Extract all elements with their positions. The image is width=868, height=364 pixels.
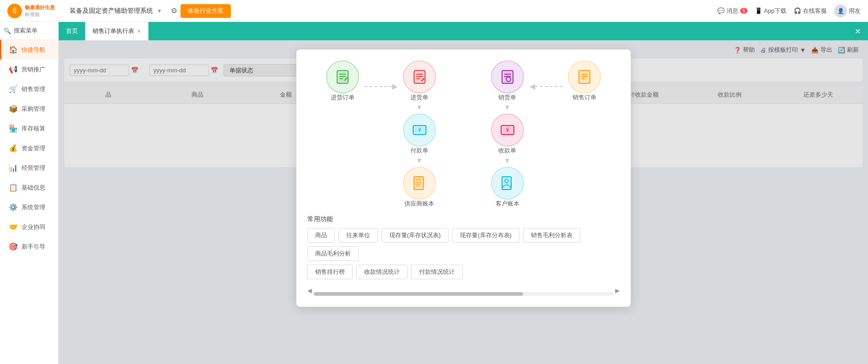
purchase-bill-icon: [403, 60, 436, 93]
func-btn-goods[interactable]: 商品: [307, 228, 335, 243]
func-btn-counterparty[interactable]: 往来单位: [338, 228, 378, 243]
flow-diagram: 进货订单 ▶: [307, 60, 620, 208]
sidebar-item-marketing[interactable]: 📢 营销推广: [0, 60, 58, 79]
sales-order-label: 销售订单: [573, 93, 596, 102]
marketing-icon: 📢: [9, 65, 18, 74]
sales-bill-label: 销货单: [498, 93, 516, 102]
enterprise-icon: 🤝: [9, 223, 18, 231]
purchase-order-icon: [326, 60, 359, 93]
svg-rect-28: [416, 179, 421, 180]
customer-ledger-node: 客户账本: [491, 167, 524, 208]
inventory-icon: 🏪: [9, 124, 18, 133]
func-buttons-row2: 销售排行榜 收款情况统计 付款情况统计: [307, 265, 620, 279]
func-buttons-row: 商品 往来单位 现存量(库存状况表) 现存量(库存分布表) 销售毛利分析表 商品…: [307, 228, 620, 261]
service-icon: 🎧: [794, 7, 801, 14]
user-avatar: 👤: [834, 5, 847, 17]
tab-bar: 首页 销售订单执行表 ✕ ✕: [59, 22, 868, 40]
user-name-label: 用友: [849, 7, 861, 15]
message-badge: 5: [740, 8, 748, 14]
supplier-ledger-node: 供应商账本: [403, 167, 436, 208]
tab-close-icon[interactable]: ✕: [137, 28, 141, 34]
purchase-order-label: 进货订单: [331, 93, 355, 102]
tab-sales-exec[interactable]: 销售订单执行表 ✕: [85, 22, 148, 40]
brand-name: 畅康通好生意 标准版: [25, 4, 55, 17]
sidebar-item-operations[interactable]: 📊 经营管理: [0, 158, 58, 178]
finance-icon: 💰: [9, 144, 18, 152]
purchase-bill-label: 进货单: [410, 93, 428, 102]
func-btn-goods-margin[interactable]: 商品毛利分析: [307, 246, 359, 261]
receipt-bill-node: ¥ 收款单: [491, 114, 524, 155]
common-func-title: 常用功能: [307, 215, 620, 223]
purchase-icon: 📦: [9, 104, 18, 113]
sidebar-item-enterprise[interactable]: 🤝 企业协同: [0, 217, 58, 237]
supplier-ledger-icon: [403, 167, 436, 200]
operations-icon: 📊: [9, 163, 18, 172]
message-icon: 💬: [717, 7, 725, 14]
online-service-btn[interactable]: 🎧 在线客服: [794, 7, 827, 15]
tab-home[interactable]: 首页: [59, 22, 85, 40]
sales-order-icon: [568, 60, 601, 93]
user-menu[interactable]: 👤 用友: [834, 5, 861, 17]
flow-modal: 进货订单 ▶: [296, 49, 631, 307]
customer-ledger-icon: [491, 167, 524, 200]
sidebar-item-inventory[interactable]: 🏪 库存核算: [0, 119, 58, 138]
sales-icon: 🛒: [9, 85, 18, 93]
sidebar-item-finance[interactable]: 💰 资金管理: [0, 138, 58, 158]
sales-order-node: 销售订单: [568, 60, 601, 102]
svg-text:¥: ¥: [417, 127, 421, 133]
app-download-btn[interactable]: 📱 App下载: [755, 7, 786, 15]
app-logo-icon: 6: [7, 4, 22, 18]
payment-bill-icon: ¥: [403, 114, 436, 147]
func-btn-payment-stats[interactable]: 付款情况统计: [411, 265, 463, 279]
title-dropdown-icon[interactable]: ▼: [157, 8, 162, 14]
basic-info-icon: 📋: [9, 183, 18, 192]
payment-bill-node: ¥ 付款单: [403, 114, 436, 155]
scroll-left-arrow[interactable]: ◀: [307, 287, 312, 294]
purchase-order-node: 进货订单: [326, 60, 359, 102]
sidebar-item-quick-nav[interactable]: 🏠 快捷导航: [0, 40, 58, 60]
system-icon: ⚙️: [9, 203, 18, 212]
gear-settings-btn[interactable]: ⚙: [168, 5, 180, 17]
func-btn-stock-status[interactable]: 现存量(库存状况表): [382, 228, 449, 243]
modal-scrollbar-thumb: [314, 292, 524, 296]
func-btn-sales-rank[interactable]: 销售排行榜: [307, 265, 353, 279]
func-btn-stock-dist[interactable]: 现存量(库存分布表): [452, 228, 519, 243]
receipt-bill-icon: ¥: [491, 114, 524, 147]
receipt-bill-label: 收款单: [498, 147, 516, 155]
search-icon: 🔍: [4, 27, 11, 34]
experience-btn[interactable]: 体验行业方案: [180, 4, 231, 18]
sales-bill-icon: [491, 60, 524, 93]
func-btn-receipt-stats[interactable]: 收款情况统计: [356, 265, 408, 279]
func-btn-sales-margin[interactable]: 销售毛利分析表: [523, 228, 580, 243]
newbie-icon: 🎯: [9, 242, 18, 251]
sidebar-item-sales[interactable]: 🛒 销售管理: [0, 79, 58, 99]
scroll-right-arrow[interactable]: ▶: [615, 287, 620, 294]
gear-icon[interactable]: ⚙: [168, 5, 180, 17]
message-btn[interactable]: 💬 消息 5: [717, 7, 748, 15]
sales-bill-node: 销货单: [491, 60, 524, 102]
sidebar-search[interactable]: 🔍 搜索菜单: [0, 22, 58, 40]
purchase-bill-node: 进货单: [403, 60, 436, 102]
sidebar-item-purchase[interactable]: 📦 采购管理: [0, 99, 58, 119]
download-icon: 📱: [755, 7, 762, 14]
home-icon: 🏠: [9, 45, 18, 54]
modal-scrollbar[interactable]: [314, 292, 613, 296]
customer-ledger-label: 客户账本: [496, 200, 519, 208]
svg-rect-32: [502, 177, 511, 190]
supplier-ledger-label: 供应商账本: [404, 200, 434, 208]
system-title-text: 装备及固定资产辅助管理系统: [70, 7, 153, 15]
tab-bar-close-btn[interactable]: ✕: [847, 27, 868, 36]
sidebar-item-newbie[interactable]: 🎯 新手引导: [0, 237, 58, 256]
modal-overlay: 进货订单 ▶: [59, 40, 868, 364]
payment-bill-label: 付款单: [410, 147, 428, 155]
sidebar-item-basic-info[interactable]: 📋 基础信息: [0, 178, 58, 197]
svg-text:¥: ¥: [505, 127, 509, 133]
common-functions-section: 常用功能 商品 往来单位 现存量(库存状况表) 现存量(库存分布表) 销售毛利分…: [307, 215, 620, 279]
system-title-area: 装备及固定资产辅助管理系统 ▼: [70, 7, 162, 15]
sidebar-item-system[interactable]: ⚙️ 系统管理: [0, 197, 58, 217]
